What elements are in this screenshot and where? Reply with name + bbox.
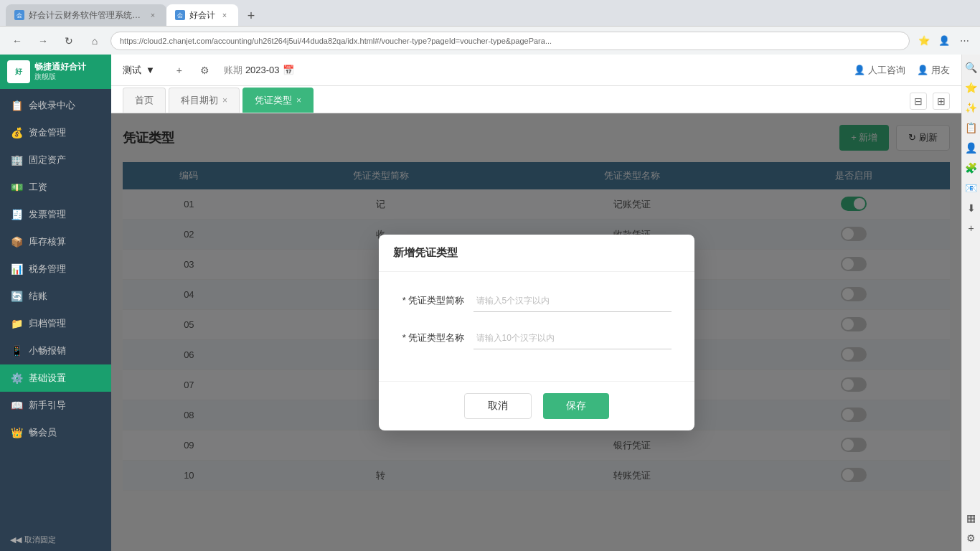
right-panel: 🔍 ⭐ ✨ 📋 👤 🧩 📧 ⬇ + ▦ ⚙: [961, 55, 980, 551]
calendar-icon[interactable]: 📅: [283, 65, 294, 75]
consult-icon: 👤: [854, 65, 865, 75]
sidebar-label-3: 工资: [29, 181, 47, 194]
xinshouyindao-icon: 📖: [10, 399, 23, 412]
modal-title: 新增凭证类型: [379, 235, 694, 272]
form-label-name: * 凭证类型名称: [402, 331, 473, 344]
nav-home-button[interactable]: ⌂: [85, 31, 105, 51]
tab-kemuqichu-close[interactable]: ×: [222, 95, 227, 105]
sidebar-item-kucun[interactable]: 📦 库存核算: [0, 228, 111, 255]
sidebar-item-shouji[interactable]: 📋 会收录中心: [0, 92, 111, 119]
tab-kemuqichu-label: 科目期初: [181, 94, 218, 107]
changhui-icon: 👑: [10, 426, 23, 439]
tab-kemuqichu[interactable]: 科目期初 ×: [169, 88, 240, 113]
company-dropdown-icon: ▼: [146, 65, 155, 75]
tab-home-label: 首页: [135, 94, 154, 107]
new-tab-button[interactable]: +: [241, 6, 261, 26]
sidebar-logo: 好 畅捷通好合计 旗舰版: [0, 55, 111, 89]
form-label-abbr: * 凭证类型简称: [402, 294, 473, 307]
add-company-btn[interactable]: +: [169, 60, 189, 80]
sidebar-item-xinshouyindao[interactable]: 📖 新手引导: [0, 392, 111, 419]
modal-footer: 取消 保存: [379, 381, 694, 430]
sidebar-item-gongzi[interactable]: 💵 工资: [0, 174, 111, 201]
sidebar-label-8: 归档管理: [29, 317, 66, 330]
sidebar-item-fapiao[interactable]: 🧾 发票管理: [0, 201, 111, 228]
tab-pingzheng[interactable]: 凭证类型 ×: [242, 88, 314, 113]
modal-body: * 凭证类型简称 * 凭证类型名称: [379, 272, 694, 381]
right-grid-btn[interactable]: ▦: [964, 511, 979, 525]
address-text: https://cloud2.chanjet.com/accounting/uh…: [120, 37, 552, 45]
name-input[interactable]: [473, 326, 672, 349]
extensions-btn[interactable]: ⭐: [915, 32, 933, 50]
browser-tab-2[interactable]: 会 好会计 ×: [166, 4, 238, 26]
sidebar-label-1: 资金管理: [29, 126, 66, 139]
sidebar-item-jiezhang[interactable]: 🔄 结账: [0, 283, 111, 310]
sidebar-menu: 📋 会收录中心 💰 资金管理 🏢 固定资产 💵 工资 🧾 发票管理 📦: [0, 89, 111, 529]
right-download-btn[interactable]: ⬇: [964, 201, 979, 215]
gongzi-icon: 💵: [10, 181, 23, 194]
cancel-button[interactable]: 取消: [464, 393, 532, 419]
zijin-icon: 💰: [10, 126, 23, 139]
tab-expand-btn[interactable]: ⊞: [933, 93, 950, 110]
sidebar-item-guidang[interactable]: 📁 归档管理: [0, 310, 111, 337]
abbr-input[interactable]: [473, 289, 672, 312]
user-info[interactable]: 👤 用友: [917, 64, 950, 77]
right-search-btn[interactable]: 🔍: [964, 60, 979, 75]
sidebar-item-gudingzichan[interactable]: 🏢 固定资产: [0, 146, 111, 174]
nav-refresh-button[interactable]: ↻: [59, 31, 79, 51]
period-info: 账期 2023-03 📅: [224, 64, 294, 77]
cancel-pin-btn[interactable]: ◀◀ 取消固定: [0, 529, 111, 551]
baoxiao-icon: 📱: [10, 344, 23, 357]
right-settings-btn[interactable]: ⚙: [964, 531, 979, 545]
right-ai-btn[interactable]: ✨: [964, 100, 979, 115]
main-content: 测试 ▼ + ⚙ 账期 2023-03 📅 👤 人工咨询 👤 用友: [111, 55, 961, 551]
right-extension-btn[interactable]: 🧩: [964, 161, 979, 175]
shuiwu-icon: 📊: [10, 263, 23, 276]
modal-overlay: 新增凭证类型 * 凭证类型简称 * 凭证类型名称 取消 保存: [111, 113, 961, 551]
shouji-icon: 📋: [10, 99, 23, 112]
sidebar: 好 畅捷通好合计 旗舰版 📋 会收录中心 💰 资金管理 🏢 固定资产 💵 工资: [0, 55, 111, 551]
form-row-abbr: * 凭证类型简称: [402, 289, 672, 312]
profile-btn[interactable]: 👤: [936, 32, 953, 50]
period-label: 账期: [224, 64, 242, 77]
page-tabs: 首页 科目期初 × 凭证类型 × ⊟ ⊞: [111, 86, 961, 113]
logo-text: 畅捷通好合计: [34, 62, 86, 72]
logo-icon: 好: [7, 60, 30, 83]
user-label: 用友: [931, 64, 950, 77]
consult-btn[interactable]: 👤 人工咨询: [854, 64, 905, 77]
period-value: 2023-03: [245, 65, 280, 75]
gudingzichan-icon: 🏢: [10, 154, 23, 166]
sidebar-item-changhui[interactable]: 👑 畅会员: [0, 419, 111, 446]
sidebar-label-4: 发票管理: [29, 208, 66, 221]
consult-label: 人工咨询: [868, 64, 905, 77]
sidebar-label-10: 基础设置: [29, 372, 66, 385]
right-user-btn[interactable]: 👤: [964, 141, 979, 155]
tab-close-2[interactable]: ×: [220, 10, 230, 20]
tab-home[interactable]: 首页: [123, 88, 166, 113]
browser-tab-1[interactable]: 会 好会计云财务软件管理系统_会计 ×: [6, 4, 166, 26]
sidebar-label-9: 小畅报销: [29, 344, 66, 357]
settings-btn[interactable]: ⚙: [195, 60, 215, 80]
right-star-btn[interactable]: ⭐: [964, 80, 979, 95]
guidang-icon: 📁: [10, 317, 23, 330]
tab-collapse-btn[interactable]: ⊟: [910, 93, 927, 110]
sidebar-item-jichushezhi[interactable]: ⚙️ 基础设置: [0, 364, 111, 392]
nav-back-button[interactable]: ←: [7, 31, 27, 51]
top-bar: 测试 ▼ + ⚙ 账期 2023-03 📅 👤 人工咨询 👤 用友: [111, 55, 961, 86]
tab-close-1[interactable]: ×: [148, 10, 158, 20]
address-bar-input[interactable]: https://cloud2.chanjet.com/accounting/uh…: [110, 32, 910, 50]
right-plus-btn[interactable]: +: [964, 221, 979, 235]
right-outlook-btn[interactable]: 📧: [964, 181, 979, 195]
save-button[interactable]: 保存: [543, 393, 609, 419]
more-btn[interactable]: ⋯: [956, 32, 973, 50]
user-avatar: 👤: [917, 65, 928, 75]
sidebar-label-7: 结账: [29, 290, 47, 303]
company-selector[interactable]: 测试 ▼: [123, 64, 155, 77]
nav-forward-button[interactable]: →: [33, 31, 53, 51]
sidebar-item-shuiwu[interactable]: 📊 税务管理: [0, 255, 111, 283]
right-history-btn[interactable]: 📋: [964, 121, 979, 135]
page-content: 凭证类型 + 新增 ↻ 刷新 编码 凭证类型简称 凭证类型名称 是否启用 01记…: [111, 113, 961, 551]
sidebar-label-5: 库存核算: [29, 235, 66, 248]
sidebar-item-zijin[interactable]: 💰 资金管理: [0, 119, 111, 146]
sidebar-item-baoxiao[interactable]: 📱 小畅报销: [0, 337, 111, 364]
tab-pingzheng-close[interactable]: ×: [296, 95, 301, 105]
